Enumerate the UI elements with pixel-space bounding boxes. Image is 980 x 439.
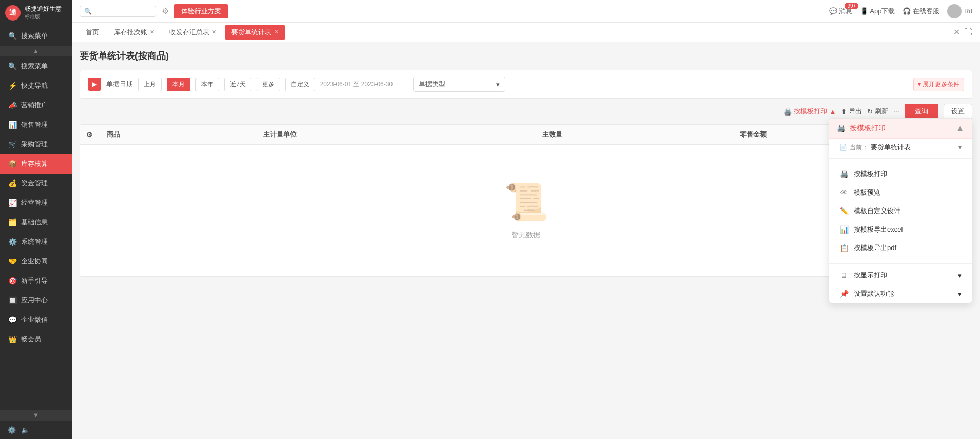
tab-inventory-batch[interactable]: 库存批次账 ✕	[108, 25, 161, 40]
nav-label-purchase: 采购管理	[21, 140, 48, 149]
current-template-value: 要货单统计表	[871, 143, 911, 152]
settings-icon[interactable]: ⚙	[162, 6, 169, 16]
export-icon: ⬆	[841, 108, 847, 116]
nav-icon-finance: 💰	[8, 179, 17, 187]
order-type-select[interactable]: 单据类型 ▾	[413, 77, 505, 92]
sidebar-item-inventory[interactable]: 📦 库存核算	[0, 154, 72, 174]
dropdown-item-template-design[interactable]: ✏️ 模板自定义设计	[829, 202, 972, 220]
set-default-chevron-icon: ▾	[958, 290, 962, 298]
window-controls: ✕ ⛶	[953, 27, 972, 37]
sidebar-item-marketing[interactable]: 📣 营销推广	[0, 96, 72, 115]
filter-expand-icon[interactable]: ▶	[88, 78, 101, 91]
app-name: 畅捷通好生意	[25, 5, 62, 13]
tab-receive-summary-close[interactable]: ✕	[212, 29, 217, 35]
preview-item-icon: 👁	[839, 188, 849, 197]
date-btn-last-month[interactable]: 上月	[138, 78, 162, 91]
trial-button[interactable]: 体验行业方案	[174, 4, 228, 18]
app-logo-icon: 通	[5, 5, 21, 21]
settings-icon[interactable]: ⚙️	[8, 426, 16, 434]
col-quantity: 主数量	[536, 125, 734, 145]
col-settings[interactable]: ⚙	[80, 125, 101, 145]
sidebar-bottom: ⚙️ 🔈	[0, 421, 72, 439]
tab-receive-summary[interactable]: 收发存汇总表 ✕	[163, 25, 223, 40]
sidebar-item-guide[interactable]: 🎯 新手引导	[0, 271, 72, 291]
tab-order-stats[interactable]: 要货单统计表 ✕	[225, 25, 285, 40]
nav-icon-member: 👑	[8, 335, 17, 343]
dropdown-item-set-default[interactable]: 📌 设置默认功能 ▾	[829, 284, 972, 303]
expand-icon: ▾	[918, 81, 921, 88]
date-btn-this-month[interactable]: 本月	[167, 78, 190, 91]
sidebar-logo: 通 畅捷通好生意 标准版	[0, 0, 72, 26]
settings-button[interactable]: 设置	[944, 104, 972, 119]
scroll-down-btn[interactable]: ▼	[0, 410, 72, 421]
sidebar-item-system[interactable]: ⚙️ 系统管理	[0, 232, 72, 252]
user-info[interactable]: Rit	[947, 4, 972, 18]
current-template-row[interactable]: 📄 当前： 要货单统计表 ▾	[829, 139, 972, 156]
set-default-icon: 📌	[839, 290, 849, 298]
sidebar-item-member[interactable]: 👑 畅会员	[0, 330, 72, 349]
print-button[interactable]: 🖨️ 按模板打印 ▲	[783, 107, 836, 116]
app-download-label: App下载	[870, 7, 895, 15]
sidebar-item-wechat[interactable]: 💬 企业微信	[0, 310, 72, 330]
tab-order-stats-close[interactable]: ✕	[274, 29, 279, 35]
dropdown-item-template-print[interactable]: 🖨️ 按模板打印	[829, 165, 972, 183]
sidebar-item-sales[interactable]: 📊 销售管理	[0, 115, 72, 135]
nav-label-operations: 经营管理	[21, 198, 48, 207]
dropdown-item-template-preview-label: 模板预览	[854, 188, 880, 197]
filter-bar: ▶ 单据日期 上月 本月 本年 近7天 更多 自定义 2023-06-01 至 …	[80, 70, 972, 99]
nav-label-basic: 基础信息	[21, 218, 48, 227]
topbar-search-box[interactable]: 🔍	[80, 6, 156, 17]
speaker-icon[interactable]: 🔈	[21, 426, 29, 434]
sidebar-item-quick-nav[interactable]: ⚡ 快捷导航	[0, 76, 72, 96]
nav-icon-quick-nav: ⚡	[8, 82, 17, 90]
dropdown-item-template-design-label: 模板自定义设计	[854, 206, 900, 216]
sidebar-item-cooperation[interactable]: 🤝 企业协同	[0, 252, 72, 271]
date-btn-7days[interactable]: 近7天	[224, 78, 251, 91]
message-badge[interactable]: 💬 消息 99+	[829, 7, 853, 16]
nav-label-marketing: 营销推广	[21, 101, 48, 110]
print-item-icon: 🖨️	[839, 170, 849, 178]
dropdown-item-export-pdf[interactable]: 📋 按模板导出pdf	[829, 239, 972, 257]
export-button[interactable]: ⬆ 导出	[841, 107, 862, 116]
tab-inventory-batch-label: 库存批次账	[114, 28, 147, 37]
sidebar-item-finance[interactable]: 💰 资金管理	[0, 174, 72, 193]
export-label: 导出	[849, 107, 862, 116]
sidebar-search[interactable]: 🔍 搜索菜单	[0, 26, 72, 46]
expand-more-btn[interactable]: ▾ 展开更多条件	[913, 78, 964, 91]
online-service-link[interactable]: 🎧 在线客服	[903, 7, 939, 16]
sidebar: 通 畅捷通好生意 标准版 🔍 搜索菜单 ▲ 🔍 搜索菜单⚡ 快捷导航📣 营销推广…	[0, 0, 72, 439]
dropdown-title: 按模板打印	[850, 124, 886, 133]
app-download-link[interactable]: 📱 App下载	[860, 7, 895, 16]
date-btn-this-year[interactable]: 本年	[195, 78, 219, 91]
date-btn-custom[interactable]: 自定义	[285, 78, 315, 91]
home-tab-label: 首页	[86, 28, 99, 37]
phone-icon: 📱	[860, 7, 868, 15]
filter-row-1: ▶ 单据日期 上月 本月 本年 近7天 更多 自定义 2023-06-01 至 …	[88, 77, 964, 92]
close-window-icon[interactable]: ✕	[953, 27, 960, 37]
expand-more-label: 展开更多条件	[923, 80, 959, 89]
current-template-prefix: 当前：	[850, 143, 868, 152]
avatar	[947, 4, 962, 18]
dropdown-chevron-up-icon[interactable]: ▲	[956, 124, 964, 133]
more-options-icon[interactable]: ···	[893, 107, 899, 116]
date-btn-more[interactable]: 更多	[257, 78, 280, 91]
query-button[interactable]: 查询	[905, 104, 938, 119]
sidebar-item-basic[interactable]: 🗂️ 基础信息	[0, 213, 72, 232]
dropdown-item-template-preview[interactable]: 👁 模板预览	[829, 183, 972, 202]
sidebar-search-label: 搜索菜单	[21, 31, 48, 41]
dropdown-header: 🖨️ 按模板打印 ▲	[829, 119, 972, 139]
dropdown-item-display-print[interactable]: 🖥 按显示打印 ▾	[829, 266, 972, 284]
refresh-button[interactable]: ↻ 刷新	[867, 107, 888, 116]
maximize-window-icon[interactable]: ⛶	[964, 28, 972, 37]
pdf-item-icon: 📋	[839, 244, 849, 252]
tab-inventory-batch-close[interactable]: ✕	[150, 29, 154, 35]
dropdown-item-export-excel[interactable]: 📊 按模板导出excel	[829, 220, 972, 239]
tab-home[interactable]: 首页	[80, 25, 105, 40]
sidebar-item-search[interactable]: 🔍 搜索菜单	[0, 56, 72, 76]
excel-item-icon: 📊	[839, 225, 849, 234]
sidebar-item-apps[interactable]: 🔲 应用中心	[0, 291, 72, 310]
sidebar-item-purchase[interactable]: 🛒 采购管理	[0, 135, 72, 154]
scroll-up-btn[interactable]: ▲	[0, 46, 72, 56]
main-area: 🔍 ⚙ 体验行业方案 💬 消息 99+ 📱 App下载 🎧 在线客服 Rit	[72, 0, 980, 439]
sidebar-item-operations[interactable]: 📈 经营管理	[0, 193, 72, 213]
